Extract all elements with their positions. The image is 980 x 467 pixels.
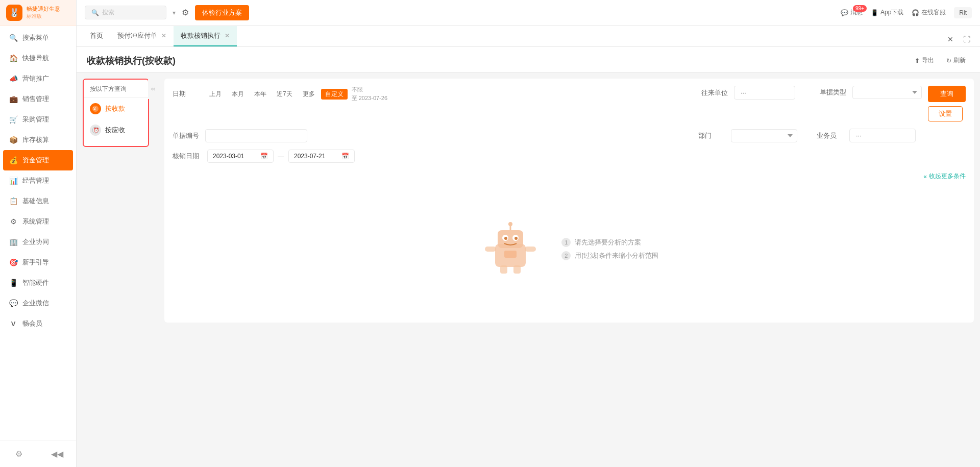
svg-text:¥: ¥ (93, 106, 96, 111)
collapse-sidebar-btn[interactable]: ◀◀ (49, 446, 65, 462)
query-btn[interactable]: 查询 (928, 86, 966, 102)
export-btn[interactable]: ⬆ 导出 (911, 54, 938, 67)
svg-rect-12 (485, 247, 496, 252)
close-all-tabs-btn[interactable]: ✕ (943, 32, 958, 46)
page-header: 收款核销执行(按收款) ⬆ 导出 ↻ 刷新 (77, 47, 980, 72)
sidebar-item-basic-info[interactable]: 📋 基础信息 (0, 191, 76, 211)
page-actions: ⬆ 导出 ↻ 刷新 (911, 54, 970, 67)
staff-input[interactable]: ··· (849, 129, 916, 142)
tabbar: 首页 预付冲应付单 ✕ 收款核销执行 ✕ ✕ ⛶ (77, 26, 980, 47)
empty-state-inner: 1 请先选择要分析的方案 2 用[过滤]条件来缩小分析范围 (480, 224, 658, 275)
empty-robot-icon (482, 221, 538, 277)
filter-sidebar-wrapper: 按以下方查询 ¥ 按收款 ⏰ 按应收 ‹‹ (83, 79, 158, 147)
solution-btn[interactable]: 体验行业方案 (195, 5, 249, 20)
date-btn-custom[interactable]: 自定义 (321, 89, 348, 100)
basic-info-icon: 📋 (8, 196, 18, 206)
staff-label: 业务员 (817, 131, 845, 140)
tab-prepay[interactable]: 预付冲应付单 ✕ (110, 26, 174, 46)
svg-text:⏰: ⏰ (93, 127, 99, 133)
sidebar-item-inventory[interactable]: 📦 库存核算 (0, 130, 76, 150)
hint-2-num: 2 (561, 251, 571, 260)
topbar-chevron-icon[interactable]: ▾ (173, 9, 176, 16)
date-btn-this-year[interactable]: 本年 (250, 89, 271, 100)
verif-date-end-wrapper: 2023-07-21 📅 (288, 150, 355, 163)
settings-footer-btn[interactable]: ⚙ (11, 446, 27, 462)
purchase-icon: 🛒 (8, 114, 18, 125)
topbar-app-download-btn[interactable]: 📱 App下载 (871, 8, 903, 17)
guide-icon: 🎯 (8, 257, 18, 267)
svg-rect-15 (513, 265, 521, 274)
date-no-limit: 不限 (352, 86, 387, 93)
page-title: 收款核销执行(按收款) (87, 55, 176, 67)
topbar-user-btn[interactable]: Rit (954, 7, 972, 18)
sidebar: 🐰 畅捷通好生意 标准版 🔍 搜索菜单 🏠 快捷导航 📣 营销推广 💼 销售管理… (0, 0, 77, 467)
empty-state: 1 请先选择要分析的方案 2 用[过滤]条件来缩小分析范围 (173, 183, 966, 315)
department-select[interactable] (731, 129, 797, 142)
expand-tabs-btn[interactable]: ⛶ (960, 32, 974, 46)
date-btn-this-month[interactable]: 本月 (228, 89, 248, 100)
topbar-service-btn[interactable]: 🎧 在线客服 (912, 8, 946, 17)
tab-collection[interactable]: 收款核销执行 ✕ (174, 26, 237, 46)
app-icon: 📱 (871, 9, 878, 16)
sidebar-item-business[interactable]: 📊 经营管理 (0, 170, 76, 191)
sidebar-item-sales[interactable]: 💼 销售管理 (0, 89, 76, 109)
filter-by-receivable[interactable]: ⏰ 按应收 (84, 119, 148, 141)
sidebar-item-finance[interactable]: 💰 资金管理 (3, 150, 73, 170)
svg-point-11 (508, 222, 512, 226)
topbar-gear-icon[interactable]: ⚙ (182, 8, 189, 17)
topbar-search-text: 搜索 (102, 8, 114, 17)
verif-date-end-icon[interactable]: 📅 (341, 153, 349, 160)
tab-collection-close[interactable]: ✕ (225, 32, 230, 39)
query-actions: 查询 设置 (928, 86, 966, 121)
topbar-message-btn[interactable]: 💬 消息 99+ (841, 8, 863, 17)
verif-date-start-wrapper: 2023-03-01 📅 (207, 150, 274, 163)
department-select-wrapper (731, 129, 797, 142)
sidebar-item-guide[interactable]: 🎯 新手引导 (0, 252, 76, 273)
main-area: 🔍 搜索 ▾ ⚙ 体验行业方案 💬 消息 99+ 📱 App下载 🎧 在线客服 … (77, 0, 980, 467)
sidebar-item-wechat[interactable]: 💬 企业微信 (0, 293, 76, 313)
doc-number-label: 单据编号 (173, 131, 201, 140)
date-shortcuts: 上月 本月 本年 近7天 更多 自定义 (205, 89, 348, 100)
main-panel: 按以下方查询 ¥ 按收款 ⏰ 按应收 ‹‹ (83, 79, 974, 323)
enterprise-icon: 🏢 (8, 237, 18, 247)
empty-hint-2: 2 用[过滤]条件来缩小分析范围 (561, 251, 658, 260)
business-icon: 📊 (8, 176, 18, 186)
topbar-search[interactable]: 🔍 搜索 (85, 6, 166, 19)
query-panel: 日期 上月 本月 本年 近7天 更多 自定义 不限 至 2023-07-26 (164, 79, 974, 323)
smart-hw-icon: 📱 (8, 278, 18, 288)
sidebar-item-purchase[interactable]: 🛒 采购管理 (0, 109, 76, 130)
refresh-btn[interactable]: ↻ 刷新 (942, 54, 970, 67)
settings-btn[interactable]: 设置 (928, 106, 963, 121)
refresh-icon: ↻ (946, 57, 951, 64)
filter-collapse-btn[interactable]: ‹‹ (148, 79, 158, 99)
collapse-more-btn[interactable]: « 收起更多条件 (923, 170, 966, 183)
service-icon: 🎧 (912, 9, 919, 16)
tab-prepay-close[interactable]: ✕ (161, 32, 166, 39)
department-row: 部门 (698, 129, 811, 142)
date-btn-7days[interactable]: 近7天 (273, 89, 297, 100)
doc-number-input[interactable] (205, 129, 307, 142)
counterparty-input[interactable]: ··· (734, 86, 795, 100)
sidebar-item-system[interactable]: ⚙ 系统管理 (0, 211, 76, 232)
date-btn-more[interactable]: 更多 (299, 89, 319, 100)
export-icon: ⬆ (915, 57, 920, 64)
hint-1-num: 1 (561, 238, 571, 247)
verif-date-start-icon[interactable]: 📅 (260, 153, 268, 160)
filter-by-receipt[interactable]: ¥ 按收款 (84, 98, 148, 119)
sidebar-item-marketing[interactable]: 📣 营销推广 (0, 68, 76, 89)
sidebar-item-search[interactable]: 🔍 搜索菜单 (0, 28, 76, 48)
doc-type-select[interactable] (852, 86, 922, 99)
collapse-chevron-icon: « (923, 173, 927, 180)
sidebar-nav: 🔍 搜索菜单 🏠 快捷导航 📣 营销推广 💼 销售管理 🛒 采购管理 📦 库存核… (0, 26, 76, 440)
sidebar-item-member[interactable]: V 畅会员 (0, 313, 76, 334)
sidebar-item-smart-hw[interactable]: 📱 智能硬件 (0, 273, 76, 293)
content-area: 收款核销执行(按收款) ⬆ 导出 ↻ 刷新 按以下方查询 (77, 47, 980, 467)
topbar-search-icon: 🔍 (91, 9, 99, 16)
tab-home[interactable]: 首页 (83, 26, 110, 46)
sidebar-item-enterprise[interactable]: 🏢 企业协同 (0, 232, 76, 252)
date-to: 至 2023-07-26 (352, 94, 387, 102)
sidebar-item-quick-nav[interactable]: 🏠 快捷导航 (0, 48, 76, 68)
date-btn-last-month[interactable]: 上月 (205, 89, 226, 100)
message-icon: 💬 (841, 9, 848, 16)
tabbar-actions: ✕ ⛶ (943, 32, 974, 46)
